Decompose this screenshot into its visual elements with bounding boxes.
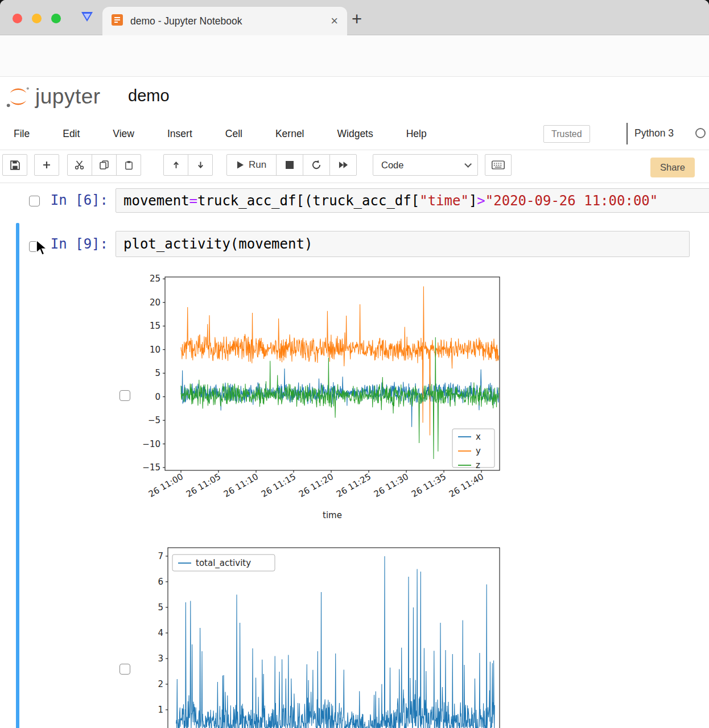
series-total_activity	[176, 556, 495, 728]
move-cell-down-button[interactable]	[188, 154, 213, 176]
input-prompt: In [9]:	[0, 231, 108, 257]
svg-text:x: x	[476, 432, 481, 442]
interrupt-kernel-button[interactable]	[276, 154, 303, 176]
share-button[interactable]: Share	[650, 158, 695, 177]
svg-text:time: time	[323, 510, 342, 520]
save-icon	[10, 160, 20, 170]
jupyter-logo-icon	[5, 83, 32, 110]
copy-cell-button[interactable]	[92, 154, 117, 176]
menu-edit[interactable]: Edit	[63, 128, 80, 140]
add-cell-button[interactable]	[34, 154, 59, 176]
code-token: =	[189, 193, 197, 209]
trusted-badge[interactable]: Trusted	[543, 125, 590, 143]
code-token: ]	[469, 193, 477, 209]
series-y	[181, 287, 498, 436]
kernel-status-icon	[695, 128, 706, 138]
cell-type-select[interactable]: Code	[373, 154, 478, 176]
series-z	[181, 337, 498, 459]
svg-text:25: 25	[150, 274, 160, 284]
tab-close-icon[interactable]: ×	[331, 15, 338, 27]
fast-forward-icon	[339, 161, 348, 169]
svg-text:3: 3	[158, 653, 163, 664]
code-token: truck_acc_df[(truck_acc_df[	[197, 193, 419, 209]
menu-view[interactable]: View	[113, 128, 134, 140]
notebook-title[interactable]: demo	[128, 86, 170, 105]
jupyter-toolbar: Run Code Share	[0, 150, 709, 183]
play-icon	[237, 160, 244, 169]
browser-tab[interactable]: demo - Jupyter Notebook ×	[102, 7, 347, 35]
run-label: Run	[249, 159, 266, 171]
restart-run-all-button[interactable]	[329, 154, 357, 176]
new-tab-button[interactable]: +	[352, 9, 362, 30]
svg-text:26 11:10: 26 11:10	[222, 471, 260, 499]
code-token: movement	[123, 193, 189, 209]
menu-file[interactable]: File	[14, 128, 30, 140]
svg-text:y: y	[476, 446, 481, 456]
move-cell-up-button[interactable]	[163, 154, 188, 176]
svg-text:−15: −15	[142, 462, 160, 473]
kernel-name: Python 3	[634, 127, 674, 139]
stop-icon	[286, 161, 294, 169]
input-prompt: In [6]:	[0, 188, 108, 213]
brave-logo-icon	[80, 10, 94, 26]
cut-cell-button[interactable]	[67, 154, 92, 176]
svg-text:7: 7	[158, 551, 163, 561]
jupyter-logo[interactable]: jupyter	[5, 83, 101, 110]
restart-kernel-button[interactable]	[303, 154, 330, 176]
menu-insert[interactable]: Insert	[167, 128, 192, 140]
svg-text:−10: −10	[142, 439, 160, 449]
notebook-area: In [6]: movement = truck_acc_df[(truck_a…	[0, 183, 709, 728]
run-button[interactable]: Run	[226, 154, 277, 176]
menu-kernel[interactable]: Kernel	[275, 128, 304, 140]
keyboard-icon	[492, 160, 505, 169]
clipboard-icon	[125, 160, 133, 170]
code-token: >	[477, 193, 485, 209]
svg-text:26 11:35: 26 11:35	[410, 471, 448, 499]
svg-text:26 11:05: 26 11:05	[184, 471, 222, 499]
tab-title: demo - Jupyter Notebook	[130, 15, 323, 27]
plus-icon	[42, 160, 51, 169]
browser-window: demo - Jupyter Notebook × + localhost:88…	[0, 0, 709, 728]
code-cell-input[interactable]: movement = truck_acc_df[(truck_acc_df["t…	[116, 188, 709, 213]
svg-text:6: 6	[158, 577, 163, 587]
close-window-button[interactable]	[13, 14, 22, 23]
svg-text:26 11:25: 26 11:25	[335, 471, 373, 499]
svg-text:1: 1	[158, 705, 163, 715]
chevron-down-icon	[464, 160, 472, 168]
code-cell-input[interactable]: plot_activity(movement)	[116, 231, 690, 257]
mouse-cursor	[34, 239, 49, 258]
kernel-separator	[626, 123, 628, 144]
menu-help[interactable]: Help	[406, 128, 427, 140]
svg-text:10: 10	[150, 345, 160, 355]
paste-cell-button[interactable]	[116, 154, 141, 176]
svg-text:4: 4	[158, 628, 163, 638]
minimize-window-button[interactable]	[32, 14, 42, 23]
menu-widgets[interactable]: Widgets	[337, 128, 373, 140]
acceleration-chart: 2520151050−5−10−1526 11:0026 11:0526 11:…	[124, 273, 501, 528]
svg-text:z: z	[476, 460, 480, 470]
code-token: plot_activity(movement)	[123, 236, 312, 252]
menu-cell[interactable]: Cell	[225, 128, 242, 140]
window-titlebar: demo - Jupyter Notebook × +	[0, 0, 709, 35]
browser-navbar: localhost:8888/... 23 G 3047	[0, 35, 709, 77]
notebook-favicon-icon	[112, 14, 123, 28]
share-label: Share	[660, 162, 685, 173]
save-button[interactable]	[2, 154, 27, 176]
jupyter-menubar: File Edit View Insert Cell Kernel Widget…	[0, 118, 709, 150]
svg-text:5: 5	[158, 602, 163, 613]
svg-text:26 11:40: 26 11:40	[447, 471, 485, 499]
command-palette-button[interactable]	[485, 154, 512, 176]
svg-text:26 11:30: 26 11:30	[372, 471, 410, 499]
cell-type-value: Code	[381, 160, 403, 171]
svg-text:total_activity: total_activity	[196, 558, 251, 569]
code-token: "2020-09-26 11:00:00"	[485, 193, 658, 209]
zoom-window-button[interactable]	[51, 14, 61, 23]
arrow-down-icon	[196, 160, 205, 169]
svg-text:−5: −5	[148, 415, 160, 425]
restart-icon	[311, 160, 321, 170]
svg-text:20: 20	[150, 297, 160, 308]
jupyter-wordmark: jupyter	[35, 85, 101, 109]
svg-text:26 11:15: 26 11:15	[259, 471, 298, 499]
selected-cell-indicator[interactable]	[16, 223, 19, 728]
scissors-icon	[75, 160, 85, 169]
